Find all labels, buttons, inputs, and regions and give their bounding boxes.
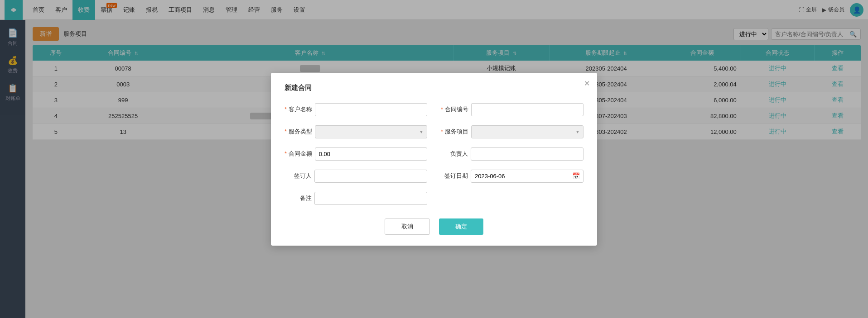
service-type-select[interactable] [315, 125, 427, 138]
contract-no-input[interactable] [471, 103, 583, 116]
required-star-service-item: * [441, 128, 443, 135]
form-group-amount: * 合同金额 [285, 147, 427, 161]
responsible-input[interactable] [471, 147, 583, 161]
amount-input[interactable] [315, 147, 427, 161]
new-contract-modal: 新建合同 ✕ * 客户名称 * 合同编号 [271, 73, 597, 246]
required-star-amount: * [285, 150, 287, 157]
required-star-customer: * [285, 106, 287, 113]
sign-date-input[interactable] [471, 170, 583, 183]
signer-label: 签订人 [285, 172, 312, 180]
form-group-customer: * 客户名称 [285, 103, 427, 116]
service-item-label: * 服务项目 [441, 128, 468, 136]
form-group-signer: 签订人 [285, 170, 427, 183]
contract-no-label: * 合同编号 [441, 105, 468, 114]
required-star-service-type: * [285, 128, 287, 135]
sign-date-label: 签订日期 [441, 172, 468, 180]
form-group-service-type: * 服务类型 [285, 125, 427, 138]
amount-label: * 合同金额 [285, 150, 312, 158]
form-row-2: * 服务类型 * 服务项目 [285, 125, 583, 138]
service-item-select[interactable] [471, 125, 583, 138]
modal-close-button[interactable]: ✕ [584, 79, 590, 88]
form-group-remark: 备注 [285, 192, 427, 205]
form-group-responsible: 负责人 [441, 147, 583, 161]
modal-overlay: 新建合同 ✕ * 客户名称 * 合同编号 [0, 0, 868, 318]
remark-input[interactable] [314, 192, 427, 205]
confirm-button[interactable]: 确定 [439, 218, 483, 235]
modal-title: 新建合同 [285, 84, 583, 92]
signer-input[interactable] [314, 170, 427, 183]
form-row-5: 备注 [285, 192, 583, 205]
form-group-contract-no: * 合同编号 [441, 103, 583, 116]
service-type-select-wrap [315, 125, 427, 138]
responsible-label: 负责人 [441, 150, 468, 158]
service-type-label: * 服务类型 [285, 128, 312, 136]
modal-footer: 取消 确定 [285, 218, 583, 235]
form-row-1: * 客户名称 * 合同编号 [285, 103, 583, 116]
form-row-3: * 合同金额 负责人 [285, 147, 583, 161]
form-group-service-item: * 服务项目 [441, 125, 583, 138]
cancel-button[interactable]: 取消 [385, 218, 430, 235]
required-star-contract: * [441, 106, 443, 113]
customer-name-input[interactable] [315, 103, 427, 116]
calendar-icon[interactable]: 📅 [572, 172, 580, 180]
form-row-4: 签订人 签订日期 📅 [285, 170, 583, 183]
sign-date-input-wrap: 📅 [471, 170, 583, 183]
service-item-select-wrap [471, 125, 583, 138]
customer-name-label: * 客户名称 [285, 105, 312, 114]
remark-label: 备注 [285, 194, 312, 202]
form-group-sign-date: 签订日期 📅 [441, 170, 583, 183]
